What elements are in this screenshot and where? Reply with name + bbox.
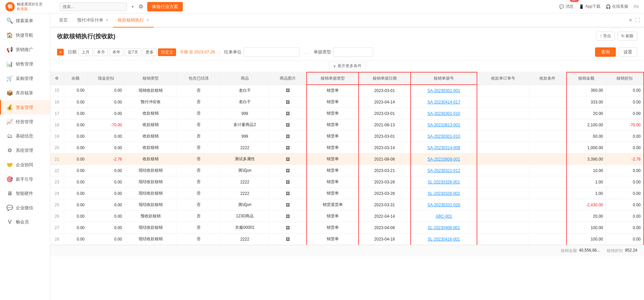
- cell-write-off-bill-date: 2023-03-01: [359, 108, 411, 119]
- sidebar-item-sales[interactable]: 📊 销售管理: [0, 57, 50, 71]
- cell-num[interactable]: 17: [50, 108, 64, 119]
- date-btn-last-month[interactable]: 上月: [78, 48, 93, 56]
- cell-receipt-condition: [529, 188, 567, 199]
- cell-goods: 测试多属性: [221, 154, 269, 165]
- cell-num[interactable]: 18: [50, 119, 64, 131]
- cell-write-off-bill-no[interactable]: SA-20230414-017: [411, 96, 477, 108]
- cell-goods-image: 🖼: [269, 188, 307, 199]
- gear-icon[interactable]: ⚙: [139, 3, 143, 10]
- cell-num[interactable]: 15: [50, 85, 64, 96]
- cell-write-off-bill-date: 2023-03-01: [359, 85, 411, 96]
- cell-num[interactable]: 24: [50, 188, 64, 199]
- cell-num[interactable]: 21: [50, 154, 64, 165]
- date-btn-more[interactable]: 更多: [143, 48, 157, 56]
- cell-including-cleared: 否: [176, 85, 220, 96]
- tab-write-off[interactable]: 收款核销执行 ×: [113, 13, 154, 28]
- query-button[interactable]: 查询: [595, 47, 616, 57]
- sidebar-item-search[interactable]: 🔍 搜索菜单: [0, 13, 50, 28]
- cell-receipt-order-no: [477, 142, 529, 154]
- sidebar-item-purchase[interactable]: 🛒 采购管理: [0, 71, 50, 86]
- cell-num[interactable]: 23: [50, 176, 64, 188]
- setting-button[interactable]: 设置: [619, 47, 637, 57]
- cell-write-off-bill-no[interactable]: ABC-001: [411, 211, 477, 222]
- collapse-btn[interactable]: »: [57, 49, 64, 55]
- sidebar-item-quick-nav[interactable]: 🏠 快捷导航: [0, 28, 50, 42]
- cell-write-off-bill-no[interactable]: SL-20230328-001: [411, 176, 477, 188]
- user-name: Rit: [634, 4, 639, 9]
- cell-receipt-condition: [529, 165, 567, 176]
- cell-write-off-bill-no[interactable]: SA-20230301-010: [411, 131, 477, 142]
- search-input[interactable]: [60, 2, 127, 11]
- tab-home[interactable]: 首页: [54, 13, 72, 28]
- cell-num[interactable]: 25: [50, 199, 64, 211]
- cell-write-off-amount: 1.00: [567, 176, 606, 188]
- online-service[interactable]: 🎧 在线客服: [606, 4, 628, 9]
- cell-write-off-bill-no[interactable]: SA-20210808-001: [411, 154, 477, 165]
- cell-write-off-bill-no[interactable]: SL-20230408-001: [411, 222, 477, 233]
- sidebar-item-basic-info[interactable]: 🗂 基础信息: [0, 129, 50, 143]
- table-row: 280.000.00现结收款核销否2222🖼销货单2023-04-18SL-20…: [50, 233, 644, 245]
- tab-write-off-close[interactable]: ×: [147, 18, 149, 23]
- date-btn-custom[interactable]: 自定义: [158, 48, 176, 56]
- cell-write-off-amount: 10.00: [567, 165, 606, 176]
- sidebar-item-member[interactable]: V 畅会员: [0, 215, 50, 229]
- cell-goods-image: 🖼: [269, 108, 307, 119]
- expand-icon: ∨: [333, 64, 336, 69]
- sidebar-item-operations[interactable]: 📈 经营管理: [0, 115, 50, 129]
- tab-expand-icon[interactable]: ⛶: [635, 17, 640, 23]
- cell-receipt-condition: [529, 85, 567, 96]
- cell-write-off-type: 收款核销: [125, 108, 176, 119]
- notify-item[interactable]: 💬 消息 99+: [559, 4, 574, 9]
- bill-type-select[interactable]: [333, 47, 373, 57]
- date-btn-this-year[interactable]: 本年: [109, 48, 123, 56]
- cell-num[interactable]: 27: [50, 222, 64, 233]
- tab-prepay-close[interactable]: ×: [106, 18, 108, 23]
- sidebar-item-collab[interactable]: 🤝 企业协同: [0, 158, 50, 172]
- sidebar-item-guide[interactable]: 🎯 新手引导: [0, 172, 50, 186]
- from-unit-input[interactable]: [244, 47, 300, 57]
- cell-write-off-bill-no[interactable]: SA-20210813-001: [411, 119, 477, 131]
- refresh-button[interactable]: ↻ 刷新: [618, 32, 637, 41]
- cell-num[interactable]: 19: [50, 131, 64, 142]
- cell-write-off-bill-no[interactable]: SL-20230418-001: [411, 233, 477, 245]
- cell-num[interactable]: 20: [50, 142, 64, 154]
- cell-write-off-bill-no[interactable]: SL-20230328-002: [411, 188, 477, 199]
- cell-num[interactable]: 16: [50, 96, 64, 108]
- cell-balance: 0.00: [64, 131, 88, 142]
- sidebar-item-wechat[interactable]: 💬 企业微信: [0, 201, 50, 215]
- app-download[interactable]: 📱 App下载: [579, 4, 600, 9]
- cell-write-off-discount: -2.76: [606, 154, 644, 165]
- cell-write-off-bill-type: 销货单: [307, 222, 359, 233]
- sidebar-item-hardware[interactable]: 🖥 智能硬件: [0, 186, 50, 201]
- sidebar-item-inventory[interactable]: 📦 库存核算: [0, 86, 50, 100]
- expand-btn[interactable]: ∨ 展开更多条件: [329, 62, 366, 70]
- cell-goods: 测试jun: [221, 199, 269, 211]
- export-icon: ↑: [600, 34, 602, 38]
- cell-write-off-bill-date: 2023-04-14: [359, 96, 411, 108]
- export-button[interactable]: ↑ 导出: [596, 32, 614, 41]
- sidebar-item-marketing[interactable]: 📢 营销推广: [0, 42, 50, 57]
- date-btn-7days[interactable]: 近7天: [125, 48, 141, 56]
- cell-including-cleared: 否: [176, 199, 220, 211]
- cell-num[interactable]: 26: [50, 211, 64, 222]
- tab-prepay[interactable]: 预付冲应付单 ×: [72, 13, 113, 28]
- cell-write-off-bill-date: 2023-04-18: [359, 233, 411, 245]
- trial-btn[interactable]: 体验行业方案: [147, 2, 183, 11]
- dropdown-btn[interactable]: ▼: [131, 5, 135, 9]
- sidebar-item-system[interactable]: ⚙ 系统管理: [0, 143, 50, 158]
- cell-write-off-bill-no[interactable]: SA-20230331-026: [411, 199, 477, 211]
- tab-close-all-icon[interactable]: ✕: [629, 17, 633, 23]
- sidebar-item-finance[interactable]: 💰 资金管理: [0, 100, 50, 115]
- cell-write-off-bill-no[interactable]: SA-20230314-008: [411, 142, 477, 154]
- cell-including-cleared: 否: [176, 119, 220, 131]
- cell-num[interactable]: 28: [50, 233, 64, 245]
- date-btn-this-month[interactable]: 本月: [94, 48, 108, 56]
- cell-write-off-bill-no[interactable]: SA-20230301-010: [411, 108, 477, 119]
- home-icon: 🏠: [6, 32, 13, 38]
- cell-num[interactable]: 22: [50, 165, 64, 176]
- footer-discount: 核销折扣 952.24: [607, 248, 637, 254]
- th-gear[interactable]: ⚙: [50, 72, 64, 85]
- cell-write-off-bill-no[interactable]: SA-20230321-012: [411, 165, 477, 176]
- cell-write-off-amount: 100.00: [567, 222, 606, 233]
- cell-write-off-bill-no[interactable]: SA-20230301-001: [411, 85, 477, 96]
